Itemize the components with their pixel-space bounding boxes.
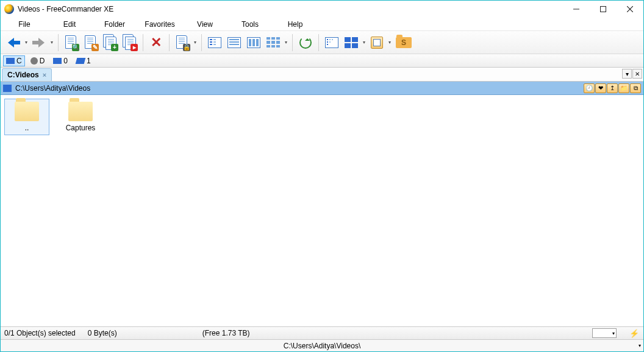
view-list-button[interactable] [206, 33, 224, 52]
drive-1[interactable]: 1 [73, 55, 94, 66]
drive-label: 1 [87, 57, 91, 65]
folder-item-captures[interactable]: Captures [58, 99, 103, 135]
drive-bar: C D 0 1 [1, 54, 643, 68]
tab-videos[interactable]: C:Videos × [2, 68, 52, 81]
selection-status: 0/1 Object(s) selected [4, 329, 76, 337]
toolbar-separator [292, 34, 293, 51]
tab-close-all-button[interactable]: ✕ [632, 69, 642, 79]
move-button[interactable]: ▸ [121, 33, 139, 52]
drive-label: D [40, 57, 45, 65]
nav-back-dropdown[interactable]: ▾ [24, 40, 29, 45]
menu-tools[interactable]: Tools [227, 18, 273, 31]
parent-folder-item[interactable]: .. [4, 99, 49, 135]
toolbar-separator [201, 34, 202, 51]
window-title: Videos - FreeCommander XE [18, 5, 563, 13]
nav-back-button[interactable] [4, 33, 23, 52]
delete-button[interactable]: ✕ [147, 33, 165, 52]
free-space-status: (Free 1.73 TB) [202, 329, 250, 337]
thumbnails-dropdown[interactable]: ▾ [362, 40, 367, 45]
drive-c[interactable]: C [3, 55, 25, 66]
copy-button[interactable]: + [101, 33, 120, 52]
quick-filter-dropdown[interactable]: ▾ [387, 40, 392, 45]
nav-forward-dropdown[interactable]: ▾ [49, 40, 54, 45]
refresh-button[interactable] [296, 33, 315, 52]
menu-favorites[interactable]: Favorites [137, 18, 182, 31]
toolbar-separator [143, 34, 143, 51]
menu-view[interactable]: View [182, 18, 227, 31]
go-up-button[interactable]: ↥ [607, 83, 618, 93]
properties-button[interactable]: 🔒 [173, 33, 191, 52]
tab-close-icon[interactable]: × [43, 71, 46, 79]
properties-dropdown[interactable]: ▾ [193, 40, 198, 45]
close-button[interactable] [617, 1, 643, 18]
toolbar-separator [318, 34, 319, 51]
maximize-button[interactable] [590, 1, 617, 18]
title-bar: Videos - FreeCommander XE [1, 1, 643, 18]
drive-icon [3, 85, 12, 92]
file-list[interactable]: .. Captures [1, 95, 643, 326]
menu-folder[interactable]: Folder [92, 18, 137, 31]
tree-view-button[interactable] [323, 33, 341, 52]
toolbar-separator [169, 34, 170, 51]
command-line-bar[interactable]: C:\Users\Aditya\Videos\ ▾ [1, 339, 643, 351]
minimize-button[interactable] [563, 1, 590, 18]
menu-help[interactable]: Help [273, 18, 318, 31]
main-toolbar: ▾ ▾ 🔍 ✎ + ▸ ✕ 🔒 ▾ ▾ ▾ ▾ S [1, 31, 643, 54]
menu-file[interactable]: File [2, 18, 47, 31]
status-area: 0/1 Object(s) selected 0 Byte(s) (Free 1… [1, 326, 643, 351]
folder-icon [15, 102, 39, 121]
favorites-button[interactable]: ❤ [595, 83, 606, 93]
menu-bar: File Edit Folder Favorites View Tools He… [1, 18, 643, 31]
view-dropdown[interactable]: ▾ [284, 40, 288, 45]
view-details-button[interactable] [225, 33, 243, 52]
command-path: C:\Users\Aditya\Videos\ [284, 342, 361, 350]
favorites-folder-button[interactable]: S [393, 33, 414, 52]
view-thumbnails-button[interactable] [342, 33, 360, 52]
view-columns-button[interactable] [245, 33, 263, 52]
folder-icon [68, 102, 93, 121]
status-bar: 0/1 Object(s) selected 0 Byte(s) (Free 1… [1, 327, 643, 339]
drive-label: C [16, 57, 22, 65]
nav-forward-button[interactable] [30, 33, 48, 52]
toolbar-separator [58, 34, 59, 51]
current-path: C:\Users\Aditya\Videos [15, 84, 584, 93]
folder-button[interactable]: 📁 [618, 83, 629, 93]
drive-d[interactable]: D [27, 55, 48, 66]
quick-action-button[interactable]: ⚡ [629, 328, 640, 338]
address-bar[interactable]: C:\Users\Aditya\Videos 🕘 ❤ ↥ 📁 ⧉ [1, 82, 643, 95]
app-icon [4, 4, 14, 14]
view-file-button[interactable]: 🔍 [62, 33, 80, 52]
tab-bar: C:Videos × ▾ ✕ [1, 68, 643, 82]
quick-filter-button[interactable] [368, 33, 386, 52]
svg-rect-1 [601, 7, 606, 12]
status-dropdown[interactable]: ▾ [592, 328, 617, 338]
item-label: .. [25, 124, 29, 132]
view-small-icons-button[interactable] [264, 33, 282, 52]
copy-path-button[interactable]: ⧉ [630, 83, 641, 93]
drive-label: 0 [63, 57, 68, 65]
item-label: Captures [66, 124, 96, 132]
command-dropdown-icon[interactable]: ▾ [639, 343, 641, 348]
edit-file-button[interactable]: ✎ [82, 33, 100, 52]
history-button[interactable]: 🕘 [584, 83, 595, 93]
drive-0[interactable]: 0 [50, 55, 71, 66]
tab-menu-button[interactable]: ▾ [622, 69, 632, 79]
menu-edit[interactable]: Edit [47, 18, 92, 31]
tab-label: C:Videos [7, 71, 39, 79]
size-status: 0 Byte(s) [88, 329, 117, 337]
